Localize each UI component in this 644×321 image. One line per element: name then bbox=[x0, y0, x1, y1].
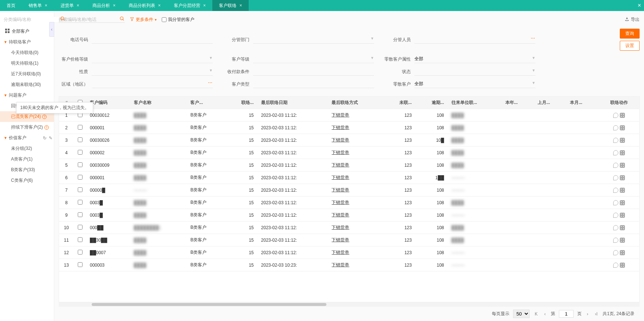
table-cell[interactable]: 下销货单 bbox=[328, 221, 383, 234]
qr-icon[interactable] bbox=[620, 238, 625, 243]
chat-icon[interactable] bbox=[613, 263, 618, 268]
sidebar-item[interactable]: 明天待联络(1) bbox=[11, 58, 54, 69]
qr-icon[interactable] bbox=[620, 163, 625, 168]
qr-icon[interactable] bbox=[620, 125, 625, 130]
table-cell[interactable]: 下销货单 bbox=[328, 109, 383, 122]
tree-group-pending[interactable]: ▼ 待联络客户 bbox=[0, 37, 54, 47]
chat-icon[interactable] bbox=[613, 200, 618, 205]
table-cell[interactable]: 下销货单 bbox=[328, 209, 383, 221]
qr-icon[interactable] bbox=[620, 213, 625, 218]
table-row[interactable]: 10000██████████1B类客户152023-02-03 11:12:下… bbox=[59, 221, 639, 234]
row-checkbox[interactable] bbox=[78, 187, 83, 192]
close-icon[interactable]: × bbox=[113, 3, 116, 8]
table-row[interactable]: 90003█████B类客户152023-02-03 11:12:下销货单123… bbox=[59, 209, 639, 221]
sidebar-item[interactable]: 持续下滑客户(2)? bbox=[11, 122, 54, 133]
info-icon[interactable]: ? bbox=[44, 125, 49, 130]
chat-icon[interactable] bbox=[613, 188, 618, 193]
table-cell[interactable]: 下销货单 bbox=[328, 159, 383, 172]
table-row[interactable]: 700000█———B类客户152023-02-03 11:12:下销货单123… bbox=[59, 184, 639, 196]
sidebar-item[interactable]: 今天待联络(0) bbox=[11, 47, 54, 58]
qr-icon[interactable] bbox=[620, 175, 625, 180]
row-checkbox[interactable] bbox=[78, 250, 83, 255]
filter-custtype-input[interactable] bbox=[253, 80, 374, 88]
filter-phone-input[interactable] bbox=[92, 36, 213, 44]
table-cell[interactable]: 下销货单 bbox=[328, 234, 383, 246]
filter-nature-select[interactable] bbox=[92, 68, 213, 76]
sidebar-item[interactable]: 未分组(32) bbox=[11, 143, 54, 154]
next-page-button[interactable]: › bbox=[585, 311, 590, 317]
table-row[interactable]: 2000001████B类客户152023-02-03 11:12:下销货单12… bbox=[59, 122, 639, 134]
column-header[interactable]: 逾期... bbox=[416, 97, 448, 109]
refresh-icon[interactable]: ↻ bbox=[43, 136, 47, 141]
table-row[interactable]: 13000003████B类客户152023-02-03 10:23:下销货单1… bbox=[59, 259, 639, 271]
filter-region-select[interactable] bbox=[92, 80, 213, 88]
link[interactable]: 下销货单 bbox=[332, 262, 349, 267]
filter-custlevel-select[interactable] bbox=[253, 55, 374, 63]
close-icon[interactable]: × bbox=[239, 3, 242, 8]
column-header[interactable]: 本年... bbox=[502, 97, 534, 109]
link[interactable]: 下销货单 bbox=[332, 237, 349, 242]
column-header[interactable]: 联络... bbox=[225, 97, 257, 109]
close-all-tabs-icon[interactable]: × bbox=[638, 2, 641, 9]
table-row[interactable]: 11██30██████B类客户152023-02-03 11:12:下销货单1… bbox=[59, 234, 639, 246]
column-header[interactable]: 本月... bbox=[566, 97, 599, 109]
filter-paycond-input[interactable] bbox=[253, 68, 374, 76]
more-conditions-toggle[interactable]: 更多条件 ▾ bbox=[130, 17, 157, 23]
row-checkbox[interactable] bbox=[78, 200, 83, 205]
edit-icon[interactable]: ✎ bbox=[49, 136, 52, 141]
row-checkbox[interactable] bbox=[78, 262, 83, 267]
column-header[interactable]: 联络动作 bbox=[599, 97, 639, 109]
table-row[interactable]: 80003█████B类客户152023-02-03 11:12:下销货单123… bbox=[59, 196, 639, 209]
horizontal-scrollbar[interactable] bbox=[59, 302, 640, 307]
qr-icon[interactable] bbox=[620, 113, 625, 118]
search-icon[interactable] bbox=[120, 16, 125, 22]
chat-icon[interactable] bbox=[613, 150, 618, 155]
column-header[interactable]: 往来单位联... bbox=[448, 97, 502, 109]
table-cell[interactable]: 下销货单 bbox=[328, 246, 383, 259]
close-icon[interactable]: × bbox=[45, 3, 47, 8]
close-icon[interactable]: × bbox=[203, 3, 206, 8]
tab-进货单[interactable]: 进货单× bbox=[54, 0, 86, 11]
qr-icon[interactable] bbox=[620, 263, 625, 268]
table-row[interactable]: 500030009████B类客户152023-02-03 11:12:下销货单… bbox=[59, 159, 639, 172]
filter-person-select[interactable] bbox=[414, 36, 535, 44]
tree-group-value[interactable]: ▼ 价值客户 ↻ ✎ bbox=[0, 133, 54, 143]
tree-root-all-customers[interactable]: 全部客户 bbox=[4, 26, 54, 37]
chat-icon[interactable] bbox=[613, 225, 618, 230]
sidebar-item[interactable]: B类客户(33) bbox=[11, 165, 54, 175]
table-cell[interactable]: 下销货单 bbox=[328, 196, 383, 209]
row-checkbox[interactable] bbox=[78, 237, 83, 242]
row-checkbox[interactable] bbox=[78, 125, 83, 130]
filter-retail-select[interactable] bbox=[414, 80, 535, 88]
page-number-input[interactable] bbox=[559, 310, 574, 318]
chat-icon[interactable] bbox=[613, 238, 618, 243]
link[interactable]: 下销货单 bbox=[332, 150, 349, 155]
tree-group-problem[interactable]: ▼ 问题客户 bbox=[0, 90, 54, 101]
tab-销售单[interactable]: 销售单× bbox=[22, 0, 54, 11]
qr-icon[interactable] bbox=[620, 150, 625, 155]
table-row[interactable]: 6000001████B类客户152023-02-03 11:12:下销货单12… bbox=[59, 172, 639, 184]
more-icon[interactable]: ⋯ bbox=[531, 36, 535, 41]
link[interactable]: 下销货单 bbox=[332, 137, 349, 143]
chat-icon[interactable] bbox=[613, 175, 618, 180]
close-icon[interactable]: × bbox=[77, 3, 79, 8]
filter-status-select[interactable] bbox=[414, 68, 535, 76]
first-page-button[interactable]: K bbox=[533, 311, 539, 317]
filter-retailattr-select[interactable] bbox=[414, 55, 535, 63]
chat-icon[interactable] bbox=[613, 250, 618, 255]
chat-icon[interactable] bbox=[613, 163, 618, 168]
table-row[interactable]: 4000002████B类客户152023-02-03 11:12:下销货单12… bbox=[59, 147, 639, 159]
row-checkbox[interactable] bbox=[78, 175, 83, 180]
tab-首页[interactable]: 首页 bbox=[0, 0, 22, 11]
sidebar-item[interactable]: C类客户(6) bbox=[11, 175, 54, 186]
chat-icon[interactable] bbox=[613, 213, 618, 218]
qr-icon[interactable] bbox=[620, 225, 625, 230]
table-cell[interactable]: 下销货单 bbox=[328, 134, 383, 147]
link[interactable]: 下销货单 bbox=[332, 200, 349, 205]
row-checkbox[interactable] bbox=[78, 225, 83, 230]
prev-page-button[interactable]: ‹ bbox=[543, 311, 547, 317]
chat-icon[interactable] bbox=[613, 138, 618, 143]
query-button[interactable]: 查询 bbox=[620, 29, 640, 39]
qr-icon[interactable] bbox=[620, 188, 625, 193]
my-customers-checkbox[interactable] bbox=[162, 17, 167, 22]
